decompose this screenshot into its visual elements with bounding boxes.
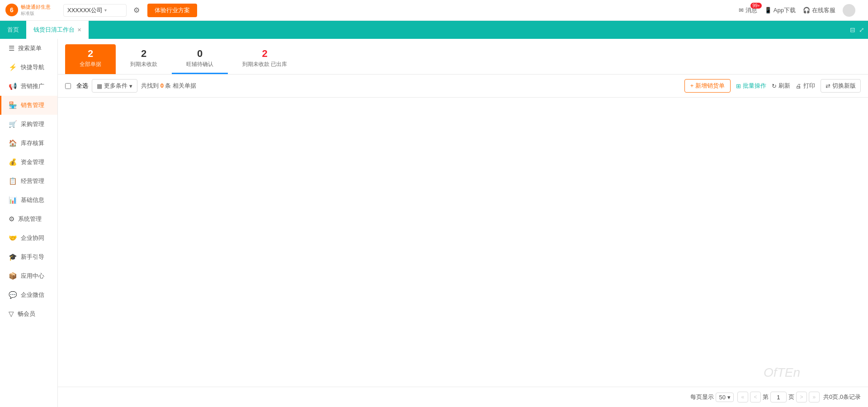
stat-label-overdue: 到期未收款 [130,61,157,68]
member-icon: ▽ [9,310,14,318]
marketing-icon: 📢 [9,82,17,90]
stat-number-all: 2 [88,48,93,60]
stat-tab-overdue[interactable]: 2 到期未收款 [116,44,172,74]
stat-label-pending: 旺辅待确认 [186,61,213,68]
sidebar-item-marketing[interactable]: 📢 营销推广 [0,77,57,96]
switch-version-button[interactable]: ⇄ 切换新版 [821,79,861,93]
sidebar-item-search-menu[interactable]: ☰ 搜索菜单 [0,39,57,58]
stat-tab-shipped[interactable]: 2 到期未收款 已出库 [228,44,302,74]
finance-icon: 💰 [9,158,17,166]
app-center-icon: 📦 [9,272,17,280]
table-area [58,98,868,387]
sidebar-item-sales[interactable]: 🏪 销售管理 [0,96,57,115]
company-selector[interactable]: XXXXXX公司 ▾ [63,4,127,17]
chevron-down-icon: ▾ [104,8,107,13]
cooperation-icon: 🤝 [9,234,17,242]
sidebar-item-operations[interactable]: 📋 经营管理 [0,172,57,191]
filter-icon: ▦ [97,83,102,89]
operations-icon: 📋 [9,177,17,185]
header-right: ✉ 消息 99+ 📱 App下载 🎧 在线客服 [739,4,863,17]
gear-icon: ⚙ [133,6,140,14]
sidebar-item-finance[interactable]: 💰 资金管理 [0,153,57,172]
new-order-button[interactable]: + 新增销货单 [684,79,731,93]
sidebar-item-weixin[interactable]: 💬 企业微信 [0,285,57,304]
sidebar-item-base-info[interactable]: 📊 基础信息 [0,191,57,210]
sidebar-item-quick-nav[interactable]: ⚡ 快捷导航 [0,58,57,77]
batch-button[interactable]: ⊞ 批量操作 [736,82,766,90]
sales-icon: 🏪 [9,101,17,109]
stat-number-pending: 0 [197,48,203,60]
page-size-value: 50 [719,394,725,401]
minimize-icon[interactable]: ⊟ [850,26,855,33]
refresh-icon: ↻ [772,83,777,89]
main-layout: ☰ 搜索菜单 ⚡ 快捷导航 📢 营销推广 🏪 销售管理 🛒 采购管理 🏠 库存核… [0,39,868,407]
sidebar-item-member[interactable]: ▽ 畅会员 [0,304,57,323]
page-size-dropdown[interactable]: 50 ▾ [716,393,733,402]
total-text: 共0页,0条记录 [823,393,861,401]
base-info-icon: 📊 [9,196,17,204]
purchase-icon: 🛒 [9,120,17,128]
guide-icon: 🎓 [9,253,17,261]
print-icon: 🖨 [796,83,802,89]
page-nav: « < 第 页 > » [737,392,820,402]
pagination: 每页显示 50 ▾ « < 第 页 > » 共0页,0条记录 [58,387,868,407]
stat-number-shipped: 2 [262,48,268,60]
switch-icon: ⇄ [826,83,830,89]
top-header: 6 畅捷通好生意 标准版 XXXXXX公司 ▾ ⚙ 体验行业方案 ✉ 消息 99… [0,0,868,21]
tab-controls: ⊟ ⤢ [850,26,868,33]
weixin-icon: 💬 [9,291,17,299]
content-area: 2 全部单据 2 到期未收款 0 旺辅待确认 2 到期未收款 已出库 全选 ▦ … [58,39,868,407]
maximize-icon[interactable]: ⤢ [859,26,864,33]
online-service-button[interactable]: 🎧 在线客服 [803,6,835,14]
prev-page-button[interactable]: < [750,392,761,402]
toolbar: 全选 ▦ 更多条件 ▾ 共找到 0 条 相关单据 + 新增销货单 ⊞ 批量操作 … [58,75,868,98]
stat-tab-pending[interactable]: 0 旺辅待确认 [172,44,228,74]
download-icon: 📱 [764,7,772,14]
sidebar-item-guide[interactable]: 🎓 新手引导 [0,248,57,267]
sidebar-item-system[interactable]: ⚙ 系统管理 [0,210,57,229]
stat-tab-all[interactable]: 2 全部单据 [65,44,116,74]
found-text: 共找到 0 条 相关单据 [141,82,196,90]
company-name: XXXXXX公司 [67,6,103,14]
sidebar-item-purchase[interactable]: 🛒 采购管理 [0,115,57,134]
message-icon: ✉ [739,7,744,14]
service-icon: 🎧 [803,7,810,14]
inventory-icon: 🏠 [9,139,17,147]
search-menu-icon: ☰ [9,44,14,52]
tab-workbench[interactable]: 钱货日清工作台 ✕ [26,21,89,39]
sidebar-item-app-center[interactable]: 📦 应用中心 [0,267,57,285]
page-number-input[interactable] [770,392,787,402]
toolbar-right: + 新增销货单 ⊞ 批量操作 ↻ 刷新 🖨 打印 ⇄ 切换新版 [684,79,861,93]
filter-button[interactable]: ▦ 更多条件 ▾ [92,79,137,93]
system-icon: ⚙ [9,215,14,223]
refresh-button[interactable]: ↻ 刷新 [772,82,790,90]
select-all-label: 全选 [76,82,88,90]
message-button[interactable]: ✉ 消息 99+ [739,6,757,14]
stat-number-overdue: 2 [141,48,146,60]
logo-text: 畅捷通好生意 [21,4,51,10]
print-button[interactable]: 🖨 打印 [796,82,815,90]
app-download-button[interactable]: 📱 App下载 [764,6,796,14]
quick-nav-icon: ⚡ [9,63,17,71]
settings-button[interactable]: ⚙ [129,3,144,18]
stats-tabs: 2 全部单据 2 到期未收款 0 旺辅待确认 2 到期未收款 已出库 [58,39,868,75]
first-page-button[interactable]: « [737,392,748,402]
tab-home[interactable]: 首页 [0,21,26,39]
sidebar-item-inventory[interactable]: 🏠 库存核算 [0,134,57,153]
page-size-select: 每页显示 50 ▾ [690,393,733,402]
sidebar-item-cooperation[interactable]: 🤝 企业协同 [0,229,57,248]
found-count: 0 [160,82,164,89]
tab-close-icon[interactable]: ✕ [77,27,81,33]
avatar[interactable] [843,4,855,17]
select-all-checkbox[interactable] [65,83,71,89]
logo-icon: 6 [5,4,18,16]
trial-button[interactable]: 体验行业方案 [147,4,197,17]
page-size-chevron-icon: ▾ [727,394,731,401]
next-page-button[interactable]: > [796,392,807,402]
stat-label-all: 全部单据 [80,61,101,68]
logo-area: 6 畅捷通好生意 标准版 [5,4,63,16]
last-page-button[interactable]: » [809,392,820,402]
batch-icon: ⊞ [736,83,741,89]
sidebar: ☰ 搜索菜单 ⚡ 快捷导航 📢 营销推广 🏪 销售管理 🛒 采购管理 🏠 库存核… [0,39,58,407]
stat-label-shipped: 到期未收款 已出库 [242,61,287,68]
